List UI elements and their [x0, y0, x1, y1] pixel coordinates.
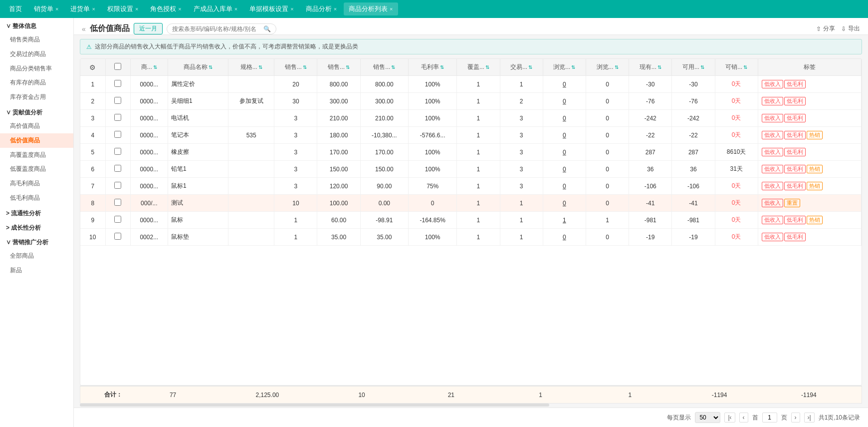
browse-link[interactable]: 0 — [563, 98, 566, 105]
sidebar-item-有库存的商品[interactable]: 有库存的商品 — [0, 75, 73, 90]
browse-link[interactable]: 0 — [563, 81, 566, 88]
th-saleable[interactable]: 可销...⇅ — [715, 59, 758, 76]
nav-close-icon[interactable]: × — [92, 6, 95, 12]
row-checkbox[interactable] — [114, 114, 121, 121]
export-button[interactable]: ⇩ 导出 — [841, 24, 860, 33]
sidebar-item-商品分类销售率[interactable]: 商品分类销售率 — [0, 61, 73, 76]
nav-item-首页[interactable]: 首页 — [4, 2, 27, 15]
sidebar-item-高覆盖度商品[interactable]: 高覆盖度商品 — [0, 148, 73, 162]
row-checkbox[interactable] — [114, 131, 121, 138]
th-browse2[interactable]: 浏览...⇅ — [586, 59, 629, 76]
cell-coverage: 1 — [457, 178, 500, 195]
th-coverage[interactable]: 覆盖...⇅ — [457, 59, 500, 76]
row-number: 7 — [91, 183, 94, 190]
browse-link[interactable]: 0 — [563, 115, 566, 122]
sidebar-item-低毛利商品[interactable]: 低毛利商品 — [0, 191, 73, 205]
sidebar-item-新品[interactable]: 新品 — [0, 263, 73, 278]
th-spec[interactable]: 规格...⇅ — [228, 59, 274, 76]
cell-spec — [228, 229, 274, 246]
browse-link[interactable]: 0 — [563, 234, 566, 241]
browse-link[interactable]: 0 — [563, 149, 566, 156]
browse-link[interactable]: 0 — [563, 132, 566, 139]
th-trade[interactable]: 交易...⇅ — [500, 59, 543, 76]
search-icon[interactable]: 🔍 — [263, 25, 271, 32]
th-settings[interactable]: ⚙ — [80, 59, 105, 76]
collapse-button[interactable]: « — [82, 25, 86, 33]
row-checkbox[interactable] — [114, 216, 121, 223]
th-available[interactable]: 可用...⇅ — [672, 59, 715, 76]
nav-close-icon[interactable]: × — [55, 6, 58, 12]
nav-item-商品分析列表[interactable]: 商品分析列表 × — [344, 2, 398, 15]
sidebar-item-交易过的商品[interactable]: 交易过的商品 — [0, 47, 73, 61]
sidebar-item-销售类商品[interactable]: 销售类商品 — [0, 32, 73, 47]
horizontal-scrollbar[interactable] — [80, 404, 862, 408]
nav-item-权限设置[interactable]: 权限设置 × — [102, 2, 143, 15]
row-number: 2 — [91, 98, 94, 105]
nav-item-产成品入库单[interactable]: 产成品入库单 × — [189, 2, 242, 15]
sidebar-group-成长性分析[interactable]: > 成长性分析 — [0, 220, 73, 234]
row-checkbox[interactable] — [114, 148, 121, 155]
page-number-input[interactable] — [762, 413, 777, 423]
browse-link[interactable]: 0 — [563, 183, 566, 190]
cell-saleable-days: 0天 — [715, 127, 758, 144]
settings-icon[interactable]: ⚙ — [89, 63, 96, 71]
row-checkbox[interactable] — [114, 80, 121, 87]
nav-item-进货单[interactable]: 进货单 × — [65, 2, 100, 15]
share-button[interactable]: ⇧ 分享 — [816, 24, 835, 33]
th-sales-qty[interactable]: 销售...⇅ — [274, 59, 317, 76]
nav-item-单据模板设置[interactable]: 单据模板设置 × — [244, 2, 298, 15]
tag-低毛利: 低毛利 — [784, 80, 806, 88]
th-browse1[interactable]: 浏览...⇅ — [543, 59, 586, 76]
sidebar-item-全部商品[interactable]: 全部商品 — [0, 249, 73, 263]
cell-sales-qty: 3 — [274, 178, 317, 195]
filter-recent-month-button[interactable]: 近一月 — [134, 23, 163, 34]
row-checkbox[interactable] — [114, 199, 121, 206]
cell-browse2: 0 — [586, 110, 629, 127]
sidebar-item-高价值商品[interactable]: 高价值商品 — [0, 119, 73, 133]
sidebar-group-流通性分析[interactable]: > 流通性分析 — [0, 205, 73, 220]
sidebar-group-整体信息[interactable]: ∨ 整体信息 — [0, 18, 73, 32]
browse-link[interactable]: 0 — [563, 200, 566, 207]
nav-item-商品分析[interactable]: 商品分析 × — [301, 2, 342, 15]
sort-icon: ⇅ — [485, 64, 489, 70]
row-checkbox[interactable] — [114, 165, 121, 172]
cell-gear: 8 — [80, 195, 105, 212]
browse-link[interactable]: 1 — [563, 217, 566, 224]
nav-close-icon[interactable]: × — [234, 6, 237, 12]
nav-close-icon[interactable]: × — [290, 6, 293, 12]
th-sales-price[interactable]: 销售...⇅ — [317, 59, 360, 76]
select-all-checkbox[interactable] — [114, 63, 121, 70]
search-input[interactable] — [172, 25, 261, 32]
last-page-button[interactable]: ›| — [804, 413, 815, 423]
th-name[interactable]: 商品名称⇅ — [168, 59, 228, 76]
th-sales-amount[interactable]: 销售...⇅ — [360, 59, 408, 76]
nav-close-icon[interactable]: × — [390, 6, 393, 12]
nav-close-icon[interactable]: × — [334, 6, 337, 12]
browse-link[interactable]: 0 — [563, 166, 566, 173]
nav-close-icon[interactable]: × — [135, 6, 138, 12]
row-checkbox[interactable] — [114, 97, 121, 104]
sidebar-item-低覆盖度商品[interactable]: 低覆盖度商品 — [0, 162, 73, 176]
sidebar-group-营销推广分析[interactable]: ∨ 营销推广分析 — [0, 234, 73, 249]
tag-低收入: 低收入 — [762, 182, 783, 190]
row-checkbox[interactable] — [114, 233, 121, 240]
first-page-button[interactable]: |‹ — [724, 413, 735, 423]
row-checkbox[interactable] — [114, 182, 121, 189]
th-gross-rate[interactable]: 毛利率⇅ — [409, 59, 457, 76]
th-code[interactable]: 商...⇅ — [130, 59, 168, 76]
next-page-button[interactable]: › — [791, 413, 800, 423]
sidebar-item-低价值商品[interactable]: 低价值商品 — [0, 133, 73, 148]
nav-item-销货单[interactable]: 销货单 × — [29, 2, 63, 15]
nav-item-角色授权[interactable]: 角色授权 × — [145, 2, 186, 15]
page-size-select[interactable]: 50 100 200 — [695, 412, 720, 423]
prev-page-button[interactable]: ‹ — [739, 413, 748, 423]
nav-close-icon[interactable]: × — [178, 6, 181, 12]
table-header-row: ⚙ 商...⇅ 商品名称⇅ 规格...⇅ 销售...⇅ 销售...⇅ 销售...… — [80, 59, 862, 76]
tag-低收入: 低收入 — [762, 80, 783, 88]
th-current[interactable]: 现有...⇅ — [629, 59, 672, 76]
sort-icon: ⇅ — [153, 64, 157, 70]
sidebar-item-高毛利商品[interactable]: 高毛利商品 — [0, 176, 73, 191]
tag-低收入: 低收入 — [762, 114, 783, 122]
sidebar-group-贡献值分析[interactable]: ∨ 贡献值分析 — [0, 104, 73, 119]
sidebar-item-库存资金占用[interactable]: 库存资金占用 — [0, 90, 73, 104]
